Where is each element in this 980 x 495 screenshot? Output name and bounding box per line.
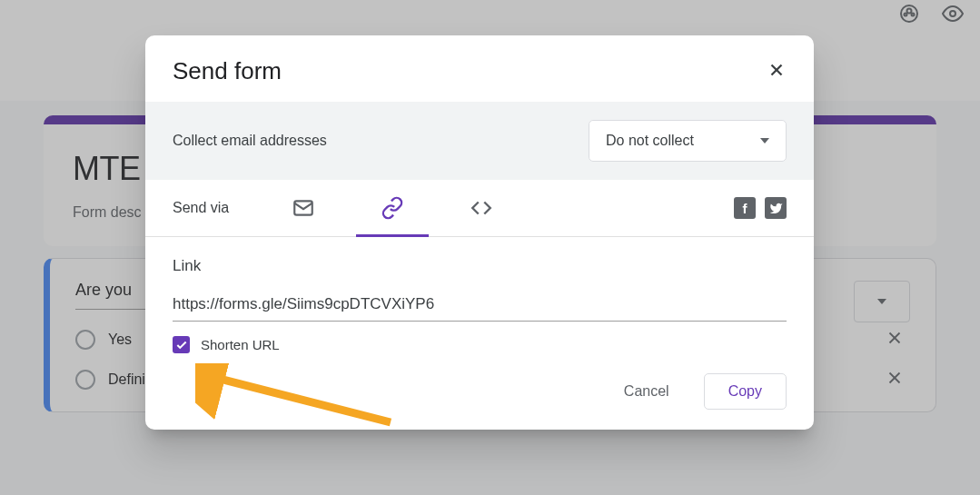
copy-button[interactable]: Copy bbox=[704, 373, 787, 410]
modal-title: Send form bbox=[173, 57, 282, 85]
shorten-url-label: Shorten URL bbox=[201, 337, 280, 352]
chevron-down-icon bbox=[760, 138, 769, 144]
tab-embed[interactable] bbox=[445, 180, 518, 237]
collect-emails-select[interactable]: Do not collect bbox=[589, 120, 787, 162]
link-section-label: Link bbox=[173, 257, 787, 275]
tab-link[interactable] bbox=[356, 180, 429, 237]
tab-email[interactable] bbox=[267, 180, 340, 237]
shorten-url-checkbox[interactable] bbox=[173, 336, 190, 353]
close-button[interactable] bbox=[767, 60, 787, 84]
collect-emails-label: Collect email addresses bbox=[173, 133, 327, 149]
collect-emails-row: Collect email addresses Do not collect bbox=[145, 102, 814, 180]
send-via-row: Send via f bbox=[145, 180, 814, 237]
send-via-label: Send via bbox=[173, 200, 229, 216]
facebook-share-icon[interactable]: f bbox=[734, 197, 756, 219]
twitter-share-icon[interactable] bbox=[765, 197, 787, 219]
link-url-input[interactable] bbox=[173, 295, 787, 322]
send-form-modal: Send form Collect email addresses Do not… bbox=[145, 35, 814, 430]
collect-emails-value: Do not collect bbox=[606, 133, 694, 149]
cancel-button[interactable]: Cancel bbox=[606, 373, 688, 410]
